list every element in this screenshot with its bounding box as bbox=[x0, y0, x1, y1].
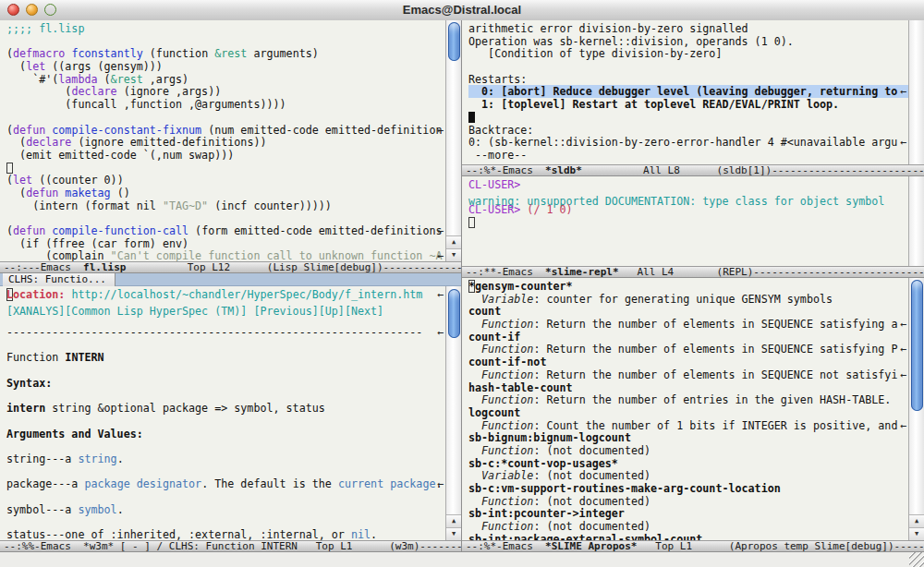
text-segment: All L8 (sldb[1])------------------------… bbox=[582, 164, 924, 176]
buffer-line: `#'(lambda (&rest ,args) bbox=[6, 73, 445, 86]
buffer-line: Function: Return the number of elements … bbox=[468, 318, 908, 331]
slime-repl-scrollbar[interactable] bbox=[908, 176, 924, 266]
scroll-up-icon[interactable]: ▲ bbox=[446, 514, 461, 527]
text-segment: 0: (sb-kernel::division-by-zero-error-ha… bbox=[468, 136, 897, 149]
text-segment: * bbox=[468, 280, 475, 293]
sldb-buffer[interactable]: arithmetic error division-by-zero signal… bbox=[462, 20, 908, 164]
w3m-buffer[interactable]: Location: http://localhost/~chandler/Hyp… bbox=[0, 286, 445, 540]
slime-repl-buffer[interactable]: CL-USER>warning: unsupported DOCUMENTATI… bbox=[462, 176, 908, 266]
text-segment: string---a bbox=[6, 452, 78, 465]
buffer-line bbox=[6, 415, 445, 428]
hollow-cursor bbox=[468, 217, 475, 228]
text-segment: : Return the number of elements in SEQUE… bbox=[533, 368, 897, 381]
text-segment bbox=[468, 419, 481, 432]
fl-lisp-buffer[interactable]: ;;;; fl.lisp (defmacro fconstantly (func… bbox=[0, 20, 445, 261]
buffer-line: --:---Emacs fl.lisp Top L12 (Lisp Slime[… bbox=[4, 262, 461, 272]
w3m-scrollbar[interactable]: ▲ ▼ bbox=[445, 286, 461, 540]
text-segment: Function bbox=[481, 520, 533, 533]
scroll-down-icon[interactable]: ▼ bbox=[446, 248, 461, 261]
minibuffer[interactable] bbox=[0, 552, 924, 567]
scroll-up-icon[interactable]: ▲ bbox=[446, 235, 461, 248]
text-segment: ( bbox=[98, 73, 111, 86]
link[interactable]: string bbox=[78, 452, 116, 465]
buffer-line: [XANALYS][Common Lisp HyperSpec (TM)] [P… bbox=[6, 301, 445, 314]
text-segment: : (not documented) bbox=[533, 469, 650, 482]
buffer-line: Function: Return the number of entries i… bbox=[468, 393, 908, 406]
wrap-arrow-icon: ← bbox=[437, 477, 444, 490]
scroll-down-icon[interactable]: ▼ bbox=[446, 527, 461, 540]
buffer-line: sb-c:vm-support-routines-make-arg-count-… bbox=[468, 482, 908, 495]
wrap-arrow-icon: ← bbox=[437, 124, 444, 137]
text-segment: defmacro bbox=[13, 47, 65, 60]
link[interactable]: nil bbox=[351, 528, 371, 540]
buffer-line: intern string &optional package => symbo… bbox=[6, 402, 445, 415]
buffer-line: Restarts: bbox=[468, 73, 908, 86]
buffer-line bbox=[6, 490, 445, 503]
text-segment bbox=[468, 293, 481, 306]
modeline-slime-apropos[interactable]: --:%*-Emacs *SLIME Apropos* Top L1 (Apro… bbox=[462, 540, 924, 552]
sldb-scrollbar[interactable] bbox=[908, 20, 924, 164]
fl-lisp-scrollbar[interactable]: ▲ ▼ bbox=[445, 20, 461, 261]
text-segment: gensym-counter* bbox=[475, 280, 573, 293]
text-segment: (/ 1 0) bbox=[527, 203, 572, 216]
modeline-sldb[interactable]: --:%*-Emacs *sldb* All L8 (sldb[1])-----… bbox=[462, 164, 924, 176]
link[interactable]: package designator bbox=[84, 477, 201, 490]
buffer-line: (defmacro fconstantly (function &rest ar… bbox=[6, 47, 445, 60]
link[interactable]: symbol bbox=[78, 503, 116, 516]
modeline-slime-repl[interactable]: --:**-Emacs *slime-repl* All L4 (REPL)--… bbox=[462, 266, 924, 278]
text-segment: . bbox=[117, 452, 124, 465]
buffer-line: warning: unsupported DOCUMENTATION: type… bbox=[468, 191, 908, 204]
modeline-w3m[interactable]: --:%%-Emacs *w3m* [ - ] / CLHS: Function… bbox=[0, 540, 461, 552]
text-segment: sb-int:pcounter->integer bbox=[468, 507, 625, 520]
buffer-line bbox=[468, 111, 908, 124]
slime-apropos-scrollbar[interactable]: ▲ ▼ bbox=[908, 278, 924, 540]
scrollbar-thumb[interactable] bbox=[911, 280, 923, 411]
text-segment: ;;;; fl.lisp bbox=[6, 22, 84, 35]
text-segment: logcount bbox=[468, 406, 520, 419]
slime-apropos-buffer[interactable]: *gensym-counter* Variable: counter for g… bbox=[462, 278, 908, 540]
text-segment: 1: [toplevel] Restart at toplevel READ/E… bbox=[468, 98, 839, 111]
text-segment: Top L12 (Lisp Slime[debug])-------------… bbox=[126, 261, 461, 273]
block-cursor bbox=[468, 112, 475, 123]
text-segment: (function bbox=[143, 47, 214, 60]
buffer-line: --:%*-Emacs *sldb* All L8 (sldb[1])-----… bbox=[466, 165, 924, 175]
text-segment bbox=[468, 444, 481, 457]
link[interactable]: http://localhost/~chandler/HyperSpec/Bod… bbox=[71, 288, 422, 301]
scroll-down-icon[interactable]: ▼ bbox=[909, 527, 924, 540]
wrap-arrow-icon: ← bbox=[437, 326, 444, 339]
buffer-line: 0: (sb-kernel::division-by-zero-error-ha… bbox=[468, 136, 908, 149]
text-segment: ( bbox=[6, 187, 26, 199]
w3m-tab-clhs[interactable]: CLHS: Functio... bbox=[3, 273, 116, 286]
text-segment: count-if-not bbox=[468, 356, 546, 368]
text-segment: status---one of :inherited, :external, :… bbox=[6, 528, 351, 540]
text-segment: : Return the number of elements in SEQUE… bbox=[533, 343, 897, 356]
text-segment: ,args) bbox=[143, 73, 188, 86]
link[interactable]: current package bbox=[338, 477, 436, 490]
text-segment: symbol---a bbox=[6, 503, 78, 516]
text-segment: Function bbox=[481, 393, 533, 406]
buffer-line: sb-int:pcounter->integer bbox=[468, 507, 908, 520]
text-segment: `#'( bbox=[6, 73, 58, 86]
text-segment: sb-c:*count-vop-usages* bbox=[468, 457, 618, 470]
scrollbar-thumb[interactable] bbox=[448, 22, 460, 61]
modeline-fl-lisp[interactable]: --:---Emacs fl.lisp Top L12 (Lisp Slime[… bbox=[0, 261, 461, 273]
buffer-line: (let ((counter 0)) bbox=[6, 174, 445, 187]
buffer-line: Arguments and Values: bbox=[6, 428, 445, 440]
buffer-line: (declare (ignore ,args)) bbox=[6, 85, 445, 98]
text-segment: CL-USER> bbox=[468, 178, 520, 191]
text-segment: --:---Emacs bbox=[4, 261, 83, 273]
text-segment: () bbox=[111, 187, 130, 199]
buffer-line: Function: (not documented) bbox=[468, 495, 908, 508]
buffer-line: ;;;; fl.lisp bbox=[6, 22, 445, 35]
resize-grip-icon[interactable] bbox=[909, 552, 924, 567]
buffer-line: (defun maketag () bbox=[6, 187, 445, 199]
buffer-line bbox=[6, 162, 445, 175]
title-bar[interactable]: Emacs@Distral.local bbox=[0, 0, 924, 21]
buffer-line: (intern (format nil "TAG~D" (incf counte… bbox=[6, 199, 445, 212]
text-segment: INTERN bbox=[65, 351, 103, 364]
text-segment: ----------------------------------------… bbox=[6, 326, 422, 339]
scroll-up-icon[interactable]: ▲ bbox=[909, 514, 924, 527]
right-column: arithmetic error division-by-zero signal… bbox=[462, 20, 924, 552]
scrollbar-thumb[interactable] bbox=[448, 289, 460, 338]
wrap-arrow-icon: ← bbox=[900, 368, 906, 381]
